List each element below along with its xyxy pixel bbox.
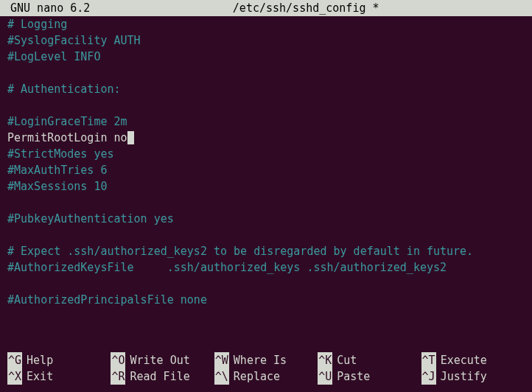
editor-line [7,227,525,243]
shortcut-label: Cut [337,352,357,368]
editor-line [7,195,525,211]
shortcut-key: ^R [111,368,125,385]
editor-line: #PubkeyAuthentication yes [7,211,525,227]
shortcut-key: ^O [111,352,125,368]
editor-line: #MaxAuthTries 6 [7,162,525,178]
editor-area[interactable]: # Logging#SyslogFacility AUTH#LogLevel I… [0,16,532,308]
editor-line: # Authentication: [7,81,525,97]
editor-line: # Expect .ssh/authorized_keys2 to be dis… [7,243,525,259]
editor-line: #StrictModes yes [7,146,525,162]
shortcut-item[interactable]: ^WWhere Is [214,352,318,368]
shortcut-key: ^T [421,352,436,368]
editor-line [7,276,525,292]
shortcut-label: Execute [441,352,487,368]
editor-line: #LoginGraceTime 2m [7,113,525,130]
shortcut-key: ^X [7,368,22,385]
shortcut-item[interactable]: ^\Replace [214,368,318,385]
shortcut-label: Help [27,352,53,368]
shortcut-key: ^U [318,368,332,385]
editor-line: #LogLevel INFO [7,49,525,65]
editor-line: #MaxSessions 10 [7,178,525,195]
shortcut-label: Paste [337,368,370,385]
shortcut-label: Read File [130,368,189,385]
editor-line: #SyslogFacility AUTH [7,32,525,49]
shortcut-key: ^W [214,352,229,368]
editor-line: #AuthorizedPrincipalsFile none [7,292,525,308]
shortcut-item[interactable]: ^XExit [7,368,111,385]
shortcut-item[interactable]: ^UPaste [318,368,421,385]
shortcut-label: Where Is [234,352,287,368]
shortcut-label: Exit [27,368,53,385]
shortcut-row-1: ^GHelp^OWrite Out^WWhere Is^KCut^TExecut… [7,352,525,368]
shortcut-item[interactable]: ^TExecute [421,352,525,368]
shortcut-row-2: ^XExit^RRead File^\Replace^UPaste^JJusti… [7,368,525,385]
shortcut-item[interactable]: ^JJustify [421,368,525,385]
shortcut-key: ^J [421,368,436,385]
shortcut-label: Write Out [130,352,189,368]
editor-line: #AuthorizedKeysFile .ssh/authorized_keys… [7,259,525,276]
shortcut-item[interactable]: ^RRead File [111,368,214,385]
titlebar: GNU nano 6.2 /etc/ssh/sshd_config * [0,0,532,16]
editor-line [7,65,525,81]
editor-line: PermitRootLogin no [7,130,525,146]
shortcut-key: ^K [318,352,332,368]
editor-line: # Logging [7,16,525,32]
app-name: GNU nano 6.2 [10,0,90,16]
shortcut-item[interactable]: ^GHelp [7,352,111,368]
shortcut-key: ^\ [214,368,229,385]
shortcut-item[interactable]: ^OWrite Out [111,352,214,368]
shortcut-bar: ^GHelp^OWrite Out^WWhere Is^KCut^TExecut… [0,352,532,385]
shortcut-label: Justify [441,368,487,385]
file-path: /etc/ssh/sshd_config * [90,0,522,16]
shortcut-label: Replace [234,368,280,385]
editor-line [7,97,525,113]
shortcut-item[interactable]: ^KCut [318,352,421,368]
cursor [127,131,134,144]
shortcut-key: ^G [7,352,22,368]
